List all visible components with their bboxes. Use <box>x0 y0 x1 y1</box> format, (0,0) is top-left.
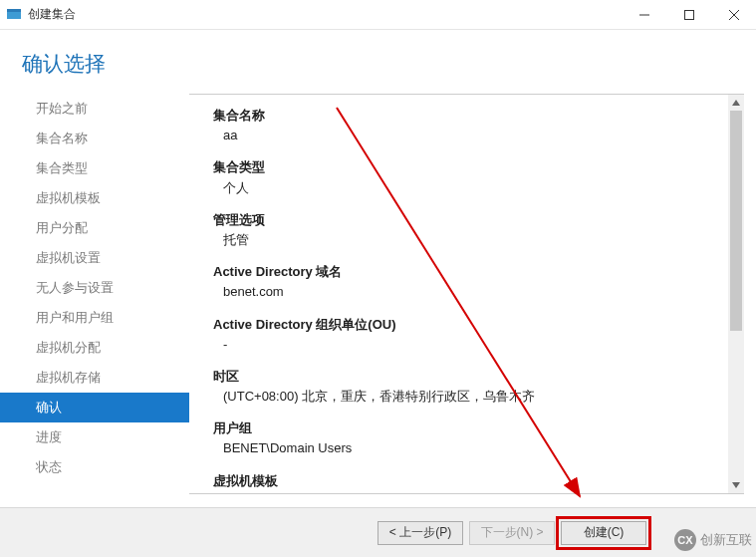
detail-value: (UTC+08:00) 北京，重庆，香港特别行政区，乌鲁木齐 <box>213 388 714 406</box>
detail-label: 用户组 <box>213 419 714 437</box>
detail-value: 个人 <box>213 179 714 197</box>
watermark-text: 创新互联 <box>700 531 752 549</box>
details-panel: 集合名称 aa 集合类型 个人 管理选项 托管 Active Directory… <box>189 94 744 494</box>
detail-row: 管理选项 托管 <box>213 211 714 249</box>
sidebar-item-status[interactable]: 状态 <box>0 452 189 482</box>
detail-label: Active Directory 域名 <box>213 263 714 281</box>
sidebar-item-collection-type[interactable]: 集合类型 <box>0 153 189 183</box>
sidebar-item-confirm[interactable]: 确认 <box>0 393 189 422</box>
detail-value: - <box>213 336 714 354</box>
detail-value: aa <box>213 127 714 144</box>
close-button[interactable] <box>711 0 756 29</box>
create-button[interactable]: 创建(C) <box>561 521 646 545</box>
detail-value: 托管 <box>213 231 714 249</box>
content-area: 开始之前 集合名称 集合类型 虚拟机模板 用户分配 虚拟机设置 无人参与设置 用… <box>0 94 756 494</box>
svg-rect-1 <box>7 9 21 12</box>
scroll-down-arrow-icon[interactable] <box>728 477 744 493</box>
wizard-sidebar: 开始之前 集合名称 集合类型 虚拟机模板 用户分配 虚拟机设置 无人参与设置 用… <box>0 94 189 494</box>
detail-row: 集合名称 aa <box>213 107 714 144</box>
window-title: 创建集合 <box>28 6 622 23</box>
detail-row: 时区 (UTC+08:00) 北京，重庆，香港特别行政区，乌鲁木齐 <box>213 368 714 406</box>
wizard-button-bar: < 上一步(P) 下一步(N) > 创建(C) 取消 <box>0 507 756 557</box>
sidebar-item-user-assignment[interactable]: 用户分配 <box>0 213 189 243</box>
detail-label: 时区 <box>213 368 714 386</box>
sidebar-item-collection-name[interactable]: 集合名称 <box>0 124 189 153</box>
detail-value: benet.com <box>213 283 714 301</box>
watermark-icon: CX <box>674 529 696 551</box>
detail-row: 集合类型 个人 <box>213 158 714 196</box>
detail-label: Active Directory 组织单位(OU) <box>213 316 714 334</box>
titlebar: 创建集合 <box>0 0 756 30</box>
detail-row: Active Directory 组织单位(OU) - <box>213 316 714 354</box>
detail-row: 虚拟机模板 <box>213 472 714 490</box>
sidebar-item-before-begin[interactable]: 开始之前 <box>0 94 189 124</box>
detail-row: Active Directory 域名 benet.com <box>213 263 714 301</box>
minimize-button[interactable] <box>622 0 666 29</box>
sidebar-item-vm-allocation[interactable]: 虚拟机分配 <box>0 333 189 363</box>
watermark: CX 创新互联 <box>674 529 752 551</box>
previous-button[interactable]: < 上一步(P) <box>378 521 463 545</box>
scroll-up-arrow-icon[interactable] <box>728 95 744 111</box>
next-button: 下一步(N) > <box>469 521 555 545</box>
scroll-track[interactable] <box>728 111 744 477</box>
detail-row: 用户组 BENET\Domain Users <box>213 419 714 457</box>
details-content: 集合名称 aa 集合类型 个人 管理选项 托管 Active Directory… <box>189 95 744 493</box>
sidebar-item-vm-settings[interactable]: 虚拟机设置 <box>0 243 189 273</box>
sidebar-item-progress[interactable]: 进度 <box>0 422 189 452</box>
window-controls <box>622 0 756 29</box>
detail-label: 管理选项 <box>213 211 714 229</box>
svg-rect-3 <box>684 10 693 19</box>
sidebar-item-unattended[interactable]: 无人参与设置 <box>0 273 189 303</box>
page-heading: 确认选择 <box>0 30 756 94</box>
detail-value: BENET\Domain Users <box>213 439 714 457</box>
maximize-button[interactable] <box>666 0 711 29</box>
app-icon <box>6 7 22 23</box>
sidebar-item-vm-storage[interactable]: 虚拟机存储 <box>0 363 189 393</box>
detail-label: 集合类型 <box>213 158 714 176</box>
sidebar-item-vm-template[interactable]: 虚拟机模板 <box>0 183 189 213</box>
scroll-thumb[interactable] <box>730 111 742 331</box>
detail-label: 虚拟机模板 <box>213 472 714 490</box>
vertical-scrollbar[interactable] <box>728 95 744 493</box>
detail-label: 集合名称 <box>213 107 714 125</box>
sidebar-item-users-groups[interactable]: 用户和用户组 <box>0 303 189 333</box>
